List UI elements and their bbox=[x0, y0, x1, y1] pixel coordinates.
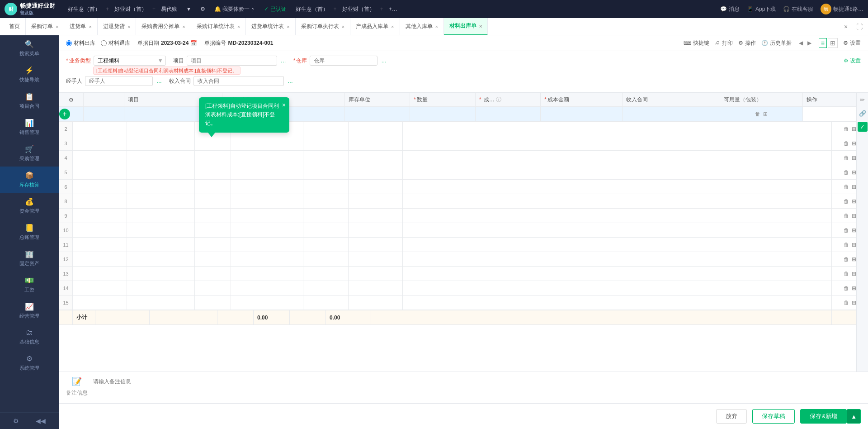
row-cost-price-cell[interactable] bbox=[410, 107, 475, 121]
copy-row-btn[interactable]: ⊞ bbox=[852, 227, 856, 234]
row-qty-cell[interactable] bbox=[231, 296, 267, 310]
copy-row-btn[interactable]: ⊞ bbox=[852, 300, 856, 306]
sidebar-item-accounting[interactable]: 📒 总账管理 bbox=[0, 219, 59, 245]
row-qty-cell[interactable] bbox=[231, 252, 267, 267]
row-income-contract-cell[interactable] bbox=[349, 238, 403, 252]
row-material-cell[interactable] bbox=[127, 238, 195, 252]
row-qty-cell[interactable] bbox=[231, 165, 267, 180]
row-material-cell[interactable] bbox=[127, 194, 195, 209]
copy-row-btn[interactable]: ⊞ bbox=[852, 285, 856, 291]
tab-close-icon[interactable]: × bbox=[342, 24, 344, 29]
row-unit-cell[interactable] bbox=[195, 151, 231, 165]
sidebar-settings-btn[interactable]: ⚙ bbox=[13, 417, 19, 424]
radio-material-out[interactable]: 材料出库 bbox=[66, 39, 95, 47]
row-project-cell[interactable] bbox=[84, 107, 124, 121]
radio-material-return[interactable]: 材料退库 bbox=[101, 39, 130, 47]
row-income-contract-cell[interactable] bbox=[349, 136, 403, 151]
row-qty-cell[interactable] bbox=[231, 136, 267, 151]
tab-close-icon[interactable]: × bbox=[391, 24, 394, 29]
delete-row-btn[interactable]: 🗑 bbox=[844, 140, 849, 147]
row-project-cell[interactable] bbox=[73, 281, 127, 296]
sidebar-item-inventory[interactable]: 📦 库存核算 bbox=[0, 167, 59, 193]
row-project-cell[interactable] bbox=[73, 165, 127, 180]
row-material-cell[interactable] bbox=[127, 180, 195, 194]
prev-arrow[interactable]: ◀ bbox=[797, 39, 805, 47]
settings-btn[interactable]: ⚙ 设置 bbox=[843, 39, 861, 47]
row-material-cell[interactable] bbox=[127, 281, 195, 296]
row-material-cell[interactable] bbox=[127, 136, 195, 151]
row-material-cell[interactable] bbox=[127, 296, 195, 310]
row-cost-amount-cell[interactable] bbox=[303, 238, 349, 252]
row-project-cell[interactable] bbox=[73, 122, 127, 136]
row-cost-price-cell[interactable] bbox=[267, 136, 303, 151]
grid-view-btn[interactable]: ⊞ bbox=[828, 38, 838, 48]
row-unit-cell[interactable] bbox=[195, 165, 231, 180]
row-project-cell[interactable] bbox=[73, 209, 127, 223]
row-available-cell[interactable] bbox=[403, 267, 832, 281]
row-unit-cell[interactable] bbox=[195, 281, 231, 296]
tab-close-icon[interactable]: × bbox=[56, 24, 58, 29]
sidebar-collapse-btn[interactable]: ◀◀ bbox=[36, 417, 46, 424]
tab-home[interactable]: 首页 bbox=[4, 18, 26, 35]
handler-dots-btn[interactable]: … bbox=[156, 78, 162, 84]
delete-row-btn[interactable]: 🗑 bbox=[755, 111, 760, 117]
income-contract-dots-btn[interactable]: … bbox=[288, 78, 293, 84]
copy-row-btn[interactable]: ⊞ bbox=[852, 271, 856, 277]
maximize-btn[interactable]: ⛶ bbox=[854, 22, 864, 32]
next-arrow[interactable]: ▶ bbox=[806, 39, 813, 47]
row-unit-cell[interactable] bbox=[195, 209, 231, 223]
row-cost-price-cell[interactable] bbox=[267, 209, 303, 223]
row-project-cell[interactable] bbox=[73, 151, 127, 165]
row-available-cell[interactable] bbox=[622, 107, 720, 121]
copy-row-btn[interactable]: ⊞ bbox=[852, 126, 856, 132]
tab-close-icon[interactable]: × bbox=[287, 24, 289, 29]
row-cost-price-cell[interactable] bbox=[267, 267, 303, 281]
copy-row-btn[interactable]: ⊞ bbox=[852, 155, 856, 161]
income-contract-input[interactable] bbox=[193, 76, 284, 86]
row-income-contract-cell[interactable] bbox=[349, 180, 403, 194]
row-project-cell[interactable] bbox=[73, 180, 127, 194]
row-available-cell[interactable] bbox=[403, 122, 832, 136]
sidebar-item-search[interactable]: 🔍 搜索菜单 bbox=[0, 35, 59, 62]
row-qty-cell[interactable] bbox=[231, 281, 267, 296]
row-cost-amount-cell[interactable] bbox=[303, 209, 349, 223]
row-unit-cell[interactable] bbox=[195, 180, 231, 194]
row-qty-cell[interactable] bbox=[231, 151, 267, 165]
form-settings-btn[interactable]: ⚙ 设置 bbox=[844, 57, 861, 65]
row-qty-cell[interactable] bbox=[231, 223, 267, 238]
tab-close-icon[interactable]: × bbox=[237, 24, 240, 29]
row-available-cell[interactable] bbox=[403, 151, 832, 165]
row-cost-price-cell[interactable] bbox=[267, 281, 303, 296]
history-btn[interactable]: 🕐 历史单据 bbox=[761, 39, 792, 47]
row-material-cell[interactable] bbox=[127, 267, 195, 281]
row-cost-amount-cell[interactable] bbox=[303, 296, 349, 310]
row-available-cell[interactable] bbox=[403, 209, 832, 223]
row-income-contract-cell[interactable] bbox=[349, 151, 403, 165]
row-cost-amount-cell[interactable] bbox=[303, 281, 349, 296]
note-input[interactable] bbox=[91, 377, 861, 386]
row-project-cell[interactable] bbox=[73, 136, 127, 151]
top-nav-haoshengyi2[interactable]: 好生意（首） bbox=[292, 4, 332, 15]
row-cost-price-cell[interactable] bbox=[267, 180, 303, 194]
row-available-cell[interactable] bbox=[403, 252, 832, 267]
row-project-cell[interactable] bbox=[73, 267, 127, 281]
top-nav-dropdown[interactable]: ▼ bbox=[183, 5, 195, 14]
row-cost-amount-cell[interactable] bbox=[303, 194, 349, 209]
discard-btn[interactable]: 放弃 bbox=[716, 409, 747, 424]
top-nav-haoyecai2[interactable]: 好业财（首） bbox=[339, 4, 378, 15]
row-material-cell[interactable] bbox=[127, 122, 195, 136]
row-available-cell[interactable] bbox=[403, 281, 832, 296]
sidebar-item-finance[interactable]: 💰 资金管理 bbox=[0, 193, 59, 219]
row-material-cell[interactable] bbox=[127, 252, 195, 267]
delete-row-btn[interactable]: 🗑 bbox=[844, 300, 849, 306]
copy-row-btn[interactable]: ⊞ bbox=[852, 213, 856, 219]
tab-close-active-icon[interactable]: × bbox=[479, 24, 482, 29]
user-avatar[interactable]: 畅 畅捷通8路… bbox=[821, 4, 863, 14]
delete-row-btn[interactable]: 🗑 bbox=[844, 126, 849, 132]
row-qty-cell[interactable] bbox=[231, 209, 267, 223]
tab-purchase-stats[interactable]: 采购订单统计表 × bbox=[191, 18, 246, 35]
warehouse-dots-btn[interactable]: … bbox=[381, 57, 387, 64]
row-qty-cell[interactable] bbox=[231, 180, 267, 194]
date-value[interactable]: 2023-03-24 bbox=[161, 40, 189, 46]
row-cost-price-cell[interactable] bbox=[267, 194, 303, 209]
